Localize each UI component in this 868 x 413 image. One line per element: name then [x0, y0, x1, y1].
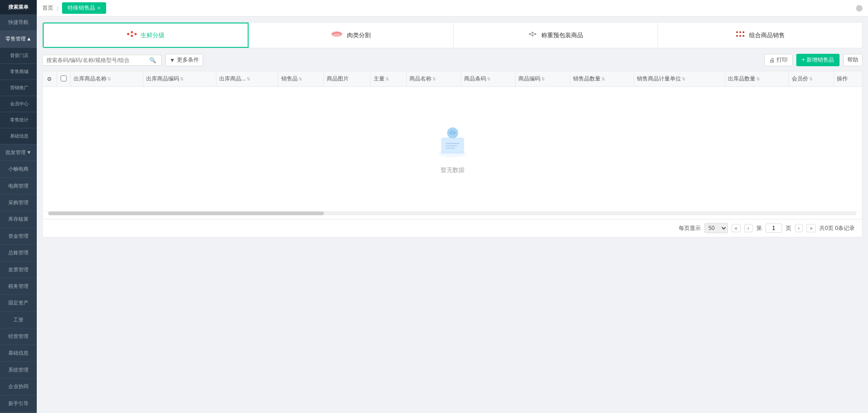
sidebar-item-label: 批发管理 — [6, 149, 26, 156]
col-product-name[interactable]: 商品名称⇅ — [407, 71, 461, 87]
svg-point-16 — [736, 35, 738, 37]
col-outbound-code[interactable]: 出库商品编码⇅ — [143, 71, 216, 87]
sidebar-item-inventory[interactable]: 库存核算 — [0, 211, 37, 228]
help-label: 帮助 — [847, 57, 858, 63]
col-settings[interactable]: ⚙ — [43, 71, 57, 87]
svg-point-4 — [331, 31, 342, 37]
first-page-button[interactable]: « — [732, 224, 741, 232]
last-page-button[interactable]: » — [806, 224, 816, 232]
tab-weigh-pack[interactable]: 称重预包装商品 — [454, 23, 658, 48]
page-input[interactable] — [766, 224, 782, 233]
tab-fresh-grade-label: 生鲜分级 — [141, 31, 165, 40]
category-tabs: 生鲜分级 肉类分割 — [42, 22, 862, 48]
col-action: 操作 — [834, 71, 862, 87]
sidebar-item-purchase[interactable]: 采购管理 — [0, 195, 37, 211]
sort-icon: ⇅ — [108, 77, 111, 81]
tab-special-sales[interactable]: 特殊销售品 ✕ — [62, 2, 106, 14]
prev-page-button[interactable]: ‹ — [744, 224, 753, 232]
col-outbound-name[interactable]: 出库商品名称⇅ — [70, 71, 143, 87]
toolbar-right: 🖨 打印 + 新增销售品 帮助 — [764, 54, 862, 66]
sidebar-item-basic-info2[interactable]: 基础信息 — [0, 345, 37, 361]
close-icon[interactable]: ✕ — [97, 6, 101, 11]
sort-icon: ⇅ — [432, 77, 436, 81]
top-bar: 首页 | 特殊销售品 ✕ — [37, 0, 868, 17]
total-label: 共0页 0条记录 — [819, 224, 855, 232]
fresh-grade-icon — [127, 30, 137, 40]
sidebar-item-quicknav[interactable]: 快捷导航 — [0, 14, 37, 31]
breadcrumb-separator: | — [57, 5, 58, 11]
top-right — [856, 5, 862, 11]
sidebar-item-retail-stat[interactable]: 零售统计 — [0, 112, 37, 128]
add-button[interactable]: + 新增销售品 — [796, 54, 840, 66]
col-product-code[interactable]: 商品编码⇅ — [516, 71, 570, 87]
meat-cut-icon — [330, 30, 343, 40]
sidebar-item-marketing[interactable]: 营销推广 — [0, 80, 37, 96]
col-main-qty[interactable]: 主量⇅ — [370, 71, 407, 87]
search-icon[interactable]: 🔍 — [149, 57, 156, 63]
svg-point-17 — [739, 35, 741, 37]
per-page-select[interactable]: 50 100 — [704, 223, 728, 233]
sidebar-item-wholesale[interactable]: 批发管理 ▼ — [0, 144, 37, 161]
sidebar-item-finance[interactable]: 资金管理 — [0, 228, 37, 245]
search-input[interactable] — [46, 57, 148, 63]
chevron-up-icon: ▲ — [27, 35, 32, 42]
sidebar-item-salary[interactable]: 工资 — [0, 312, 37, 328]
home-breadcrumb[interactable]: 首页 — [42, 4, 53, 12]
col-outbound-qty[interactable]: 出库品数量⇅ — [725, 71, 789, 87]
scrollbar-thumb[interactable] — [48, 212, 324, 215]
svg-point-23 — [450, 132, 452, 134]
col-outbound-extra[interactable]: 出库商品...⇅ — [216, 71, 278, 87]
sidebar-item-store[interactable]: 督督门店 — [0, 48, 37, 64]
content-area: 生鲜分级 肉类分割 — [37, 17, 868, 413]
toggle-button[interactable] — [856, 5, 862, 11]
empty-text: 暂无数据 — [441, 166, 465, 174]
col-sales-item[interactable]: 销售品⇅ — [278, 71, 324, 87]
page-suffix: 页 — [786, 224, 791, 232]
sidebar-item-mall[interactable]: 零售商城 — [0, 64, 37, 80]
next-page-button[interactable]: › — [795, 224, 803, 232]
search-box[interactable]: 🔍 — [42, 55, 162, 66]
sidebar-item-member[interactable]: 会员中心 — [0, 96, 37, 112]
sort-icon: ⇅ — [682, 77, 686, 81]
sidebar-item-fixed-assets[interactable]: 固定资产 — [0, 295, 37, 311]
col-sales-qty[interactable]: 销售品数量⇅ — [570, 71, 634, 87]
sidebar-item-ecommerce[interactable]: 小畅电商 — [0, 161, 37, 178]
select-all-checkbox[interactable] — [61, 75, 67, 81]
col-check[interactable] — [57, 71, 70, 87]
col-product-image[interactable]: 商品图片 — [323, 71, 370, 87]
print-button[interactable]: 🖨 打印 — [764, 54, 793, 66]
sort-icon: ⇅ — [541, 77, 545, 81]
sidebar-item-basic-info-retail[interactable]: 基础信息 — [0, 128, 37, 144]
add-label: + 新增销售品 — [802, 56, 834, 64]
weigh-pack-icon — [528, 30, 538, 40]
col-sales-unit[interactable]: 销售商品计量单位⇅ — [634, 71, 725, 87]
svg-point-1 — [131, 31, 133, 34]
svg-point-22 — [447, 127, 458, 138]
col-barcode[interactable]: 商品条码⇅ — [461, 71, 516, 87]
pagination-bar: 每页显示 50 100 « ‹ 第 页 › » 共0页 0条记录 — [43, 219, 862, 237]
tab-meat-cut[interactable]: 肉类分割 — [249, 23, 453, 48]
sidebar-item-tax[interactable]: 税务管理 — [0, 278, 37, 295]
table-container: ⚙ 出库商品名称⇅ 出库商品编码⇅ 出库商品...⇅ 销售品⇅ — [42, 71, 862, 237]
tab-fresh-grade[interactable]: 生鲜分级 — [43, 23, 249, 48]
sidebar-item-ecommerce-manage[interactable]: 电商管理 — [0, 178, 37, 195]
sidebar-item-ledger[interactable]: 总账管理 — [0, 245, 37, 261]
sidebar-item-guide[interactable]: 新手引导 — [0, 396, 37, 412]
svg-point-15 — [743, 31, 744, 33]
svg-point-3 — [131, 35, 133, 37]
sidebar-item-system[interactable]: 系统管理 — [0, 362, 37, 379]
col-member-price[interactable]: 会员价⇅ — [789, 71, 834, 87]
sidebar-item-invoice[interactable]: 发票管理 — [0, 262, 37, 278]
sidebar-item-retail-manage[interactable]: 零售管理 ▲ — [0, 31, 37, 47]
sort-icon: ⇅ — [180, 77, 184, 81]
filter-button[interactable]: ▼ 更多条件 — [165, 54, 203, 66]
main-area: 首页 | 特殊销售品 ✕ 生鲜分级 — [37, 0, 868, 413]
sidebar-item-operations[interactable]: 经营管理 — [0, 328, 37, 345]
sidebar-item-enterprise[interactable]: 企业协同 — [0, 379, 37, 395]
help-button[interactable]: 帮助 — [843, 54, 862, 66]
horizontal-scrollbar[interactable] — [48, 212, 857, 215]
sidebar-logo[interactable]: 搜索菜单 — [0, 0, 37, 14]
sort-icon: ⇅ — [809, 77, 813, 81]
tab-combo-sales[interactable]: 组合商品销售 — [658, 23, 862, 48]
filter-icon: ▼ — [170, 57, 175, 63]
